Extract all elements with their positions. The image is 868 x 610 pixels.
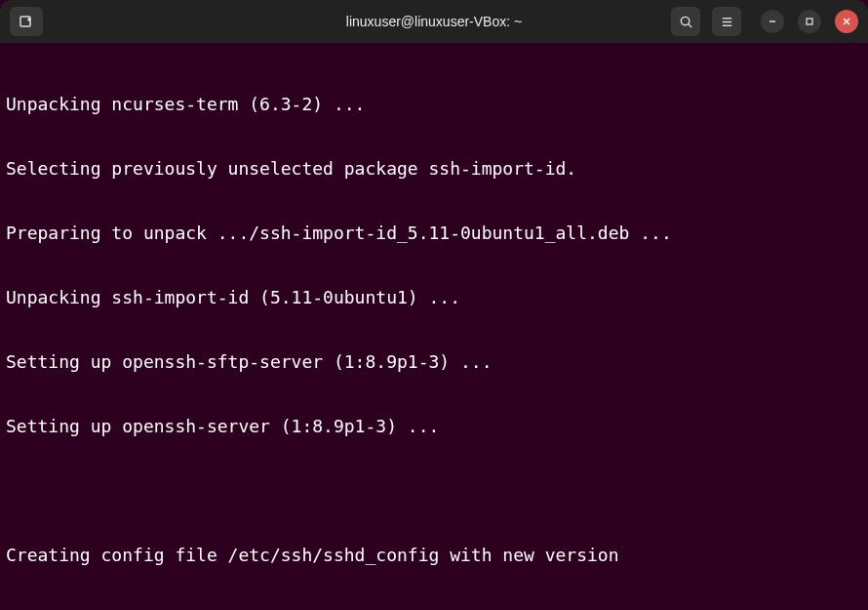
hamburger-icon: [720, 15, 734, 29]
title-controls: [671, 7, 858, 36]
search-button[interactable]: [671, 7, 700, 36]
maximize-button[interactable]: [798, 10, 821, 33]
output-line: Setting up openssh-sftp-server (1:8.9p1-…: [6, 351, 862, 373]
output-line: Selecting previously unselected package …: [6, 158, 862, 180]
svg-line-4: [688, 23, 690, 26]
search-icon: [679, 15, 693, 29]
output-line: Creating config file /etc/ssh/sshd_confi…: [6, 545, 862, 566]
output-line: Unpacking ncurses-term (6.3-2) ...: [6, 94, 862, 115]
new-tab-icon: [19, 14, 34, 29]
output-line: Setting up openssh-server (1:8.9p1-3) ..…: [6, 416, 862, 437]
titlebar: linuxuser@linuxuser-VBox: ~: [0, 0, 868, 43]
svg-point-3: [681, 17, 689, 24]
maximize-icon: [805, 17, 814, 26]
menu-button[interactable]: [712, 7, 741, 36]
svg-rect-9: [807, 19, 812, 24]
new-tab-button[interactable]: [10, 7, 43, 36]
terminal-output[interactable]: Unpacking ncurses-term (6.3-2) ... Selec…: [0, 43, 868, 610]
window-title: linuxuser@linuxuser-VBox: ~: [346, 14, 522, 29]
minimize-icon: [768, 17, 777, 26]
close-icon: [842, 17, 851, 26]
output-line: Unpacking ssh-import-id (5.11-0ubuntu1) …: [6, 287, 862, 308]
output-line: [6, 480, 862, 502]
output-line: Preparing to unpack .../ssh-import-id_5.…: [6, 223, 862, 244]
minimize-button[interactable]: [761, 10, 784, 33]
close-button[interactable]: [835, 10, 858, 33]
